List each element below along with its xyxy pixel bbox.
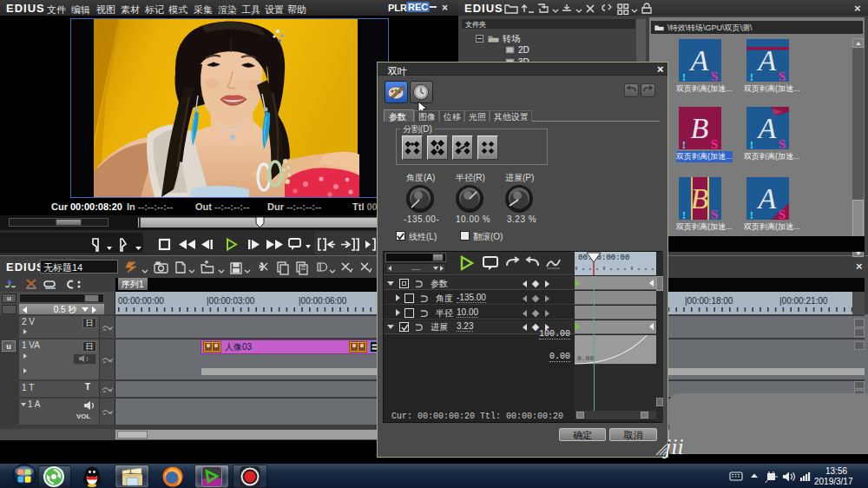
- svg-text:A: A: [757, 182, 777, 214]
- svg-text:S: S: [779, 208, 786, 220]
- svg-text:!: !: [682, 208, 686, 220]
- svg-text:0.00: 0.00: [577, 354, 594, 362]
- svg-text:S: S: [779, 137, 786, 149]
- svg-text:!: !: [750, 70, 753, 82]
- svg-text:!: !: [682, 138, 686, 149]
- svg-text:B: B: [691, 182, 709, 214]
- svg-text:!: !: [750, 208, 753, 220]
- svg-text:S: S: [779, 69, 786, 82]
- svg-text:S: S: [711, 69, 718, 82]
- svg-text:S: S: [711, 208, 718, 220]
- svg-text:A: A: [757, 44, 777, 76]
- svg-text:A: A: [689, 44, 709, 76]
- svg-text:!: !: [682, 70, 686, 82]
- svg-text:!: !: [750, 138, 753, 149]
- svg-text:B: B: [691, 112, 709, 144]
- svg-text:A: A: [757, 112, 777, 144]
- svg-text:S: S: [711, 137, 718, 149]
